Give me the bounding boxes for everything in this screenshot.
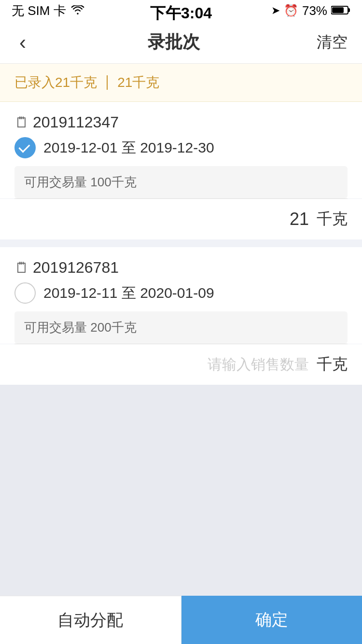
batch-item-2: 🗒 2019126781 2019-12-11 至 2020-01-09 可用交…: [0, 247, 362, 344]
svg-rect-2: [332, 7, 344, 13]
batch2-date: 2019-12-11 至 2020-01-09: [43, 283, 214, 303]
batch2-id: 2019126781: [33, 259, 119, 277]
batch2-qty-text: 可用交易量 200千克: [24, 320, 137, 335]
batch2-qty-bar: 可用交易量 200千克: [14, 311, 348, 344]
info-divider: [107, 75, 108, 90]
status-right: ➤ ⏰ 73%: [271, 3, 350, 18]
batch2-radio[interactable]: [14, 282, 36, 304]
input-row-2: 千克: [0, 344, 362, 385]
batch1-doc-icon: 🗒: [14, 114, 29, 131]
section-divider: [0, 239, 362, 247]
amount-row-1: 21 千克: [0, 199, 362, 239]
batch1-date-row[interactable]: 2019-12-01 至 2019-12-30: [14, 137, 348, 158]
alarm-icon: ⏰: [284, 4, 298, 17]
bottom-bar: 自动分配 确定: [0, 596, 362, 644]
status-time: 下午3:04: [150, 3, 212, 24]
batch2-id-row: 🗒 2019126781: [14, 259, 348, 277]
wifi-icon: [71, 3, 84, 18]
batch2-qty-input[interactable]: [125, 356, 309, 373]
batch1-qty-text: 可用交易量 100千克: [24, 175, 137, 189]
batch1-id: 2019112347: [33, 113, 119, 131]
batch1-radio[interactable]: [14, 137, 36, 158]
batch-item-1: 🗒 2019112347 2019-12-01 至 2019-12-30 可用交…: [0, 102, 362, 198]
batch1-id-row: 🗒 2019112347: [14, 113, 348, 131]
batch2-date-row[interactable]: 2019-12-11 至 2020-01-09: [14, 282, 348, 304]
info-bar: 已录入21千克 21千克: [0, 64, 362, 102]
batch1-unit: 千克: [317, 209, 348, 230]
info-recorded: 已录入21千克: [14, 73, 97, 92]
batch1-qty-bar: 可用交易量 100千克: [14, 166, 348, 198]
battery-text: 73%: [302, 3, 327, 18]
status-left: 无 SIM 卡: [12, 2, 84, 19]
carrier-text: 无 SIM 卡: [12, 2, 66, 19]
batch1-amount: 21: [290, 209, 309, 229]
svg-rect-1: [348, 8, 350, 12]
batch2-unit: 千克: [317, 354, 348, 375]
status-bar: 无 SIM 卡 下午3:04 ➤ ⏰ 73%: [0, 0, 362, 21]
info-value: 21千克: [117, 73, 159, 92]
nav-bar: ‹ 录批次 清空: [0, 21, 362, 64]
batch1-date: 2019-12-01 至 2019-12-30: [43, 138, 214, 158]
location-icon: ➤: [271, 4, 280, 17]
battery-icon: [331, 3, 350, 18]
clear-button[interactable]: 清空: [317, 32, 348, 53]
page-content: 已录入21千克 21千克 🗒 2019112347 2019-12-01 至 2…: [0, 64, 362, 644]
back-button[interactable]: ‹: [14, 26, 31, 59]
nav-title: 录批次: [148, 30, 200, 54]
confirm-button[interactable]: 确定: [181, 596, 362, 644]
auto-distribute-button[interactable]: 自动分配: [0, 596, 181, 644]
batch2-doc-icon: 🗒: [14, 260, 29, 276]
